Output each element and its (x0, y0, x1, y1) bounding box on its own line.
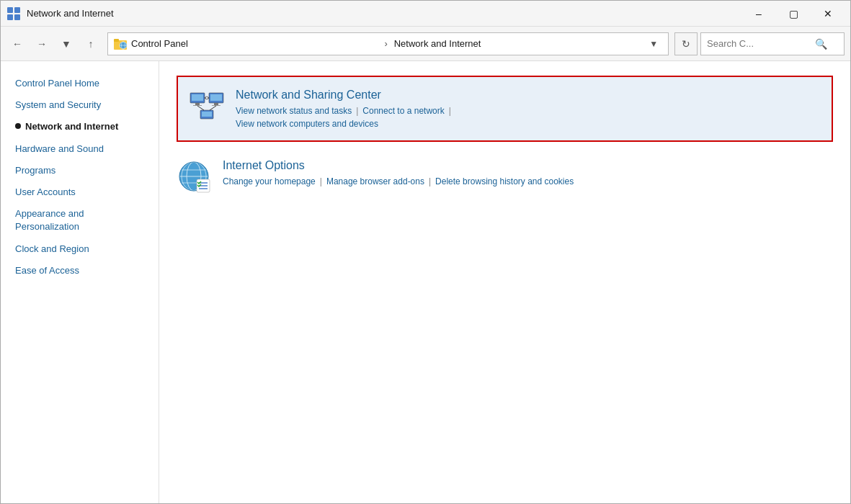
search-button[interactable]: 🔍 (815, 38, 827, 50)
svg-rect-6 (114, 39, 119, 42)
sidebar-item-clock-and-region[interactable]: Clock and Region (1, 238, 159, 260)
minimize-button[interactable]: – (742, 3, 775, 24)
maximize-button[interactable]: ▢ (777, 3, 810, 24)
internet-options-info: Internet Options Change your homepage | … (223, 159, 833, 186)
svg-rect-17 (212, 105, 220, 106)
internet-options-title[interactable]: Internet Options (223, 159, 833, 172)
sidebar-item-label: Network and Internet (25, 120, 147, 133)
sidebar-item-hardware-and-sound[interactable]: Hardware and Sound (1, 138, 159, 160)
window-title: Network and Internet (27, 8, 742, 19)
svg-rect-16 (214, 103, 218, 105)
network-sharing-center-icon (190, 89, 224, 123)
svg-rect-12 (195, 103, 200, 105)
sidebar-item-label: Clock and Region (15, 243, 147, 256)
sidebar-item-programs[interactable]: Programs (1, 160, 159, 181)
view-network-computers-link[interactable]: View network computers and devices (236, 119, 378, 129)
forward-button[interactable]: → (31, 33, 53, 55)
sidebar-item-system-and-security[interactable]: System and Security (1, 94, 159, 116)
sidebar-item-label: Programs (15, 164, 147, 177)
breadcrumb-control-panel: Control Panel (131, 38, 378, 49)
svg-rect-15 (210, 94, 222, 101)
search-box[interactable]: 🔍 (700, 32, 845, 55)
svg-rect-21 (202, 112, 212, 117)
svg-rect-13 (193, 105, 202, 106)
title-bar: Network and Internet – ▢ ✕ (1, 1, 850, 27)
manage-browser-addons-link[interactable]: Manage browser add-ons (326, 176, 424, 186)
up-button[interactable]: ↑ (80, 33, 102, 55)
sidebar-item-network-and-internet[interactable]: Network and Internet (1, 116, 159, 138)
delete-browsing-history-link[interactable]: Delete browsing history and cookies (435, 176, 574, 186)
network-sharing-center-item: Network and Sharing Center View network … (177, 76, 833, 142)
network-sharing-center-links-2: View network computers and devices (236, 119, 820, 129)
sidebar-item-user-accounts[interactable]: User Accounts (1, 181, 159, 203)
address-folder-icon (114, 37, 127, 50)
sidebar-item-label: System and Security (15, 99, 147, 112)
svg-rect-11 (192, 94, 203, 101)
content-pane: Network and Sharing Center View network … (159, 61, 850, 503)
active-bullet-icon (15, 123, 21, 129)
main-window: Network and Internet – ▢ ✕ ← → ▼ ↑ (0, 0, 851, 504)
address-chevron-icon[interactable]: ▼ (645, 37, 662, 50)
search-input[interactable] (707, 38, 815, 49)
internet-options-icon (177, 159, 211, 194)
sidebar-item-appearance-and-personalization[interactable]: Appearance and Personalization (1, 203, 159, 238)
change-homepage-link[interactable]: Change your homepage (223, 176, 316, 186)
sidebar-item-control-panel-home[interactable]: Control Panel Home (1, 73, 159, 94)
dropdown-button[interactable]: ▼ (55, 33, 77, 55)
connect-to-network-link[interactable]: Connect to a network (362, 106, 444, 116)
sidebar-item-ease-of-access[interactable]: Ease of Access (1, 260, 159, 282)
refresh-button[interactable]: ↻ (674, 32, 698, 55)
svg-rect-1 (14, 7, 20, 13)
close-button[interactable]: ✕ (811, 3, 845, 24)
svg-rect-0 (7, 7, 13, 13)
window-icon (6, 6, 21, 21)
sidebar-item-label: Ease of Access (15, 264, 147, 277)
view-network-status-link[interactable]: View network status and tasks (236, 106, 352, 116)
sidebar: Control Panel Home System and Security N… (1, 61, 159, 503)
svg-line-22 (197, 106, 204, 110)
svg-point-19 (205, 96, 208, 99)
internet-options-item: Internet Options Change your homepage | … (177, 159, 833, 194)
sidebar-item-label: User Accounts (15, 186, 147, 199)
sidebar-item-label: Appearance and Personalization (15, 207, 147, 233)
network-sharing-center-info: Network and Sharing Center View network … (236, 89, 820, 129)
internet-options-links: Change your homepage | Manage browser ad… (223, 176, 833, 186)
back-button[interactable]: ← (6, 33, 28, 55)
window-controls: – ▢ ✕ (742, 3, 845, 24)
svg-line-23 (210, 106, 216, 110)
sidebar-item-label: Control Panel Home (15, 77, 147, 90)
main-content: Control Panel Home System and Security N… (1, 61, 850, 503)
network-sharing-center-title[interactable]: Network and Sharing Center (236, 89, 820, 102)
svg-rect-3 (14, 14, 20, 20)
svg-rect-2 (7, 14, 13, 20)
address-bar[interactable]: Control Panel › Network and Internet ▼ (107, 32, 669, 55)
sidebar-item-label: Hardware and Sound (15, 143, 147, 156)
navigation-bar: ← → ▼ ↑ Control Panel › Network and Inte… (1, 27, 850, 61)
network-sharing-center-links: View network status and tasks | Connect … (236, 106, 820, 116)
breadcrumb-network-internet: Network and Internet (394, 38, 641, 49)
